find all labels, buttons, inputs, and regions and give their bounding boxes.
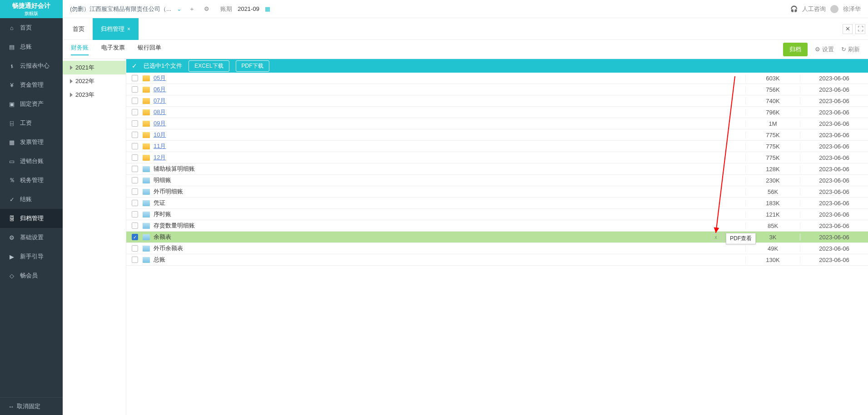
sidebar-item-10[interactable]: 🗄归档管理 — [0, 209, 63, 228]
row-checkbox[interactable] — [132, 188, 138, 195]
sidebar-item-1[interactable]: ▤总账 — [0, 37, 63, 56]
nav-label: 进销台账 — [20, 157, 44, 165]
row-checkbox[interactable] — [132, 98, 138, 104]
username[interactable]: 徐泽华 — [843, 5, 861, 13]
file-name: 序时账 — [154, 210, 745, 218]
file-row[interactable]: 11月775K2023-06-06 — [126, 141, 868, 152]
settings-link[interactable]: ⚙设置 — [815, 45, 834, 54]
tab-1[interactable]: 归档管理× — [93, 18, 139, 40]
avatar[interactable] — [830, 5, 838, 13]
pdf-download-button[interactable]: PDF下载 — [236, 60, 269, 72]
row-checkbox[interactable] — [132, 245, 138, 252]
topbar: (勿删）江西服宝精品有限责任公司（... ⌄ ＋ ⚙ 账期 2021-09 ▦ … — [63, 0, 868, 18]
file-size: 121K — [745, 211, 800, 218]
close-icon[interactable]: × — [127, 26, 130, 32]
file-row[interactable]: 总账130K2023-06-06 — [126, 254, 868, 266]
row-checkbox[interactable] — [132, 166, 138, 172]
period-value[interactable]: 2021-09 — [238, 5, 259, 12]
file-row[interactable]: ✓余额表xp◉3K2023-06-06 — [126, 232, 868, 243]
file-row[interactable]: 05月603K2023-06-06 — [126, 73, 868, 84]
sidebar-item-11[interactable]: ⚙基础设置 — [0, 228, 63, 247]
folder-icon — [143, 132, 150, 138]
tree-year-2023年[interactable]: 2023年 — [63, 88, 126, 102]
file-row[interactable]: 凭证183K2023-06-06 — [126, 198, 868, 209]
file-name[interactable]: 11月 — [154, 142, 745, 150]
tree-year-2022年[interactable]: 2022年 — [63, 74, 126, 88]
file-row[interactable]: 序时账121K2023-06-06 — [126, 209, 868, 220]
chevron-down-icon[interactable]: ⌄ — [177, 5, 182, 12]
excel-download-icon[interactable]: x — [712, 233, 720, 241]
sidebar-item-5[interactable]: ⌸工资 — [0, 114, 63, 133]
file-row[interactable]: 09月1M2023-06-06 — [126, 118, 868, 129]
row-checkbox[interactable] — [132, 132, 138, 138]
file-row[interactable]: 辅助核算明细账128K2023-06-06 — [126, 163, 868, 175]
sidebar-item-3[interactable]: ¥资金管理 — [0, 75, 63, 94]
file-name[interactable]: 06月 — [154, 85, 745, 94]
sidebar-item-6[interactable]: ▦发票管理 — [0, 133, 63, 152]
company-selector[interactable]: (勿删）江西服宝精品有限责任公司（... — [70, 5, 171, 13]
file-size: 775K — [745, 132, 800, 138]
gear-icon[interactable]: ⚙ — [202, 5, 211, 13]
row-checkbox[interactable] — [132, 257, 138, 263]
file-date: 2023-06-06 — [800, 86, 868, 93]
nav-label: 工资 — [20, 119, 32, 127]
file-name[interactable]: 05月 — [154, 74, 745, 82]
calendar-icon[interactable]: ▦ — [265, 5, 270, 12]
row-checkbox[interactable]: ✓ — [132, 234, 138, 240]
sidebar-item-8[interactable]: ％税务管理 — [0, 171, 63, 190]
file-row[interactable]: 08月796K2023-06-06 — [126, 107, 868, 118]
row-checkbox[interactable] — [132, 211, 138, 217]
sidebar-item-13[interactable]: ◇畅会员 — [0, 266, 63, 285]
file-row[interactable]: 存货数量明细账85K2023-06-06 — [126, 220, 868, 232]
caret-right-icon — [70, 79, 73, 84]
row-checkbox[interactable] — [132, 120, 138, 127]
file-name[interactable]: 08月 — [154, 108, 745, 116]
tab-0[interactable]: 首页 — [64, 18, 93, 40]
row-checkbox[interactable] — [132, 222, 138, 229]
file-row[interactable]: 06月756K2023-06-06 — [126, 84, 868, 95]
sub-tab-2[interactable]: 银行回单 — [138, 44, 161, 55]
file-name[interactable]: 09月 — [154, 119, 745, 128]
file-date: 2023-06-06 — [800, 75, 868, 82]
archive-button[interactable]: 归档 — [783, 43, 808, 56]
sub-tab-1[interactable]: 电子发票 — [101, 44, 125, 55]
sidebar-item-2[interactable]: ⫮云报表中心 — [0, 56, 63, 75]
refresh-link[interactable]: ↻刷新 — [841, 45, 860, 54]
file-row[interactable]: 明细账230K2023-06-06 — [126, 175, 868, 186]
file-date: 2023-06-06 — [800, 109, 868, 116]
row-checkbox[interactable] — [132, 75, 138, 81]
row-checkbox[interactable] — [132, 154, 138, 161]
excel-download-button[interactable]: EXCEL下载 — [188, 60, 229, 72]
row-checkbox[interactable] — [132, 86, 138, 93]
sidebar-item-12[interactable]: ▶新手引导 — [0, 247, 63, 266]
file-row[interactable]: 外币明细账56K2023-06-06 — [126, 186, 868, 198]
sidebar-item-4[interactable]: ▣固定资产 — [0, 94, 63, 114]
file-row[interactable]: 外币余额表49K2023-06-06 — [126, 243, 868, 254]
row-checkbox[interactable] — [132, 200, 138, 206]
file-name[interactable]: 07月 — [154, 97, 745, 105]
sub-tab-0[interactable]: 财务账 — [71, 44, 89, 55]
row-checkbox[interactable] — [132, 109, 138, 115]
pin-icon: ↔ — [8, 403, 14, 410]
file-name[interactable]: 10月 — [154, 131, 745, 139]
sidebar-item-9[interactable]: ✓结账 — [0, 190, 63, 209]
tree-year-2021年[interactable]: 2021年 — [63, 61, 126, 74]
file-row[interactable]: 07月740K2023-06-06 — [126, 95, 868, 107]
row-checkbox[interactable] — [132, 143, 138, 149]
close-tab-button[interactable]: ✕ — [843, 24, 853, 34]
folder-icon — [143, 143, 150, 149]
row-checkbox[interactable] — [132, 177, 138, 183]
sidebar-item-7[interactable]: ▭进销台账 — [0, 152, 63, 171]
add-icon[interactable]: ＋ — [187, 4, 197, 14]
file-row[interactable]: 10月775K2023-06-06 — [126, 129, 868, 141]
pdf-view-tooltip: PDF查看 — [726, 233, 756, 244]
file-name[interactable]: 12月 — [154, 153, 745, 162]
file-size: 49K — [745, 245, 800, 252]
unpin-button[interactable]: ↔ 取消固定 — [0, 397, 63, 415]
tabs-bar: 首页归档管理× ✕ ⛶ — [63, 18, 868, 40]
file-size: 56K — [745, 188, 800, 195]
fullscreen-icon[interactable]: ⛶ — [855, 24, 865, 34]
sidebar-item-0[interactable]: ⌂首页 — [0, 18, 63, 37]
consult-link[interactable]: 人工咨询 — [802, 5, 826, 13]
file-row[interactable]: 12月775K2023-06-06 — [126, 152, 868, 163]
